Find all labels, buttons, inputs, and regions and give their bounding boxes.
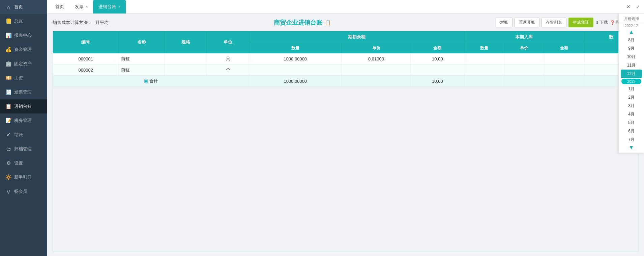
total-init-price [342,76,411,87]
window-controls: ✕ ⤢ [625,3,641,10]
help-icon: ❓ [610,20,615,25]
table-wrapper: 编号 名称 规格 单位 期初余额 本期入库 数 数量 单价 金额 数量 单价 [53,31,639,252]
cell-code: 000002 [53,65,118,76]
month-item-12-2022[interactable]: 12月 [621,70,642,78]
month-next-button[interactable]: ▼ [619,144,644,151]
total-row: ▣合计 1000.00000 10.00 [53,76,638,87]
col-header-code: 编号 [53,31,118,53]
salary-icon: 💴 [5,75,11,81]
cell-spec [165,53,207,65]
sidebar-item-checkout[interactable]: ✔ 结账 [0,128,47,142]
month-item-1-2023[interactable]: 1月 [619,85,644,93]
cell-init-price [342,65,411,76]
cell-init-qty [249,65,342,76]
month-picker-title: 月份选择 [619,15,644,22]
cost-method-value: 月平均 [95,20,109,26]
month-item-8[interactable]: 8月 [619,36,644,44]
main-area: 首页 发票 × 进销台账 × ✕ ⤢ 销售成本计算方法： 月平均 商贸企业进销台… [47,0,644,256]
total-in-amount [544,76,584,87]
sidebar-item-assets[interactable]: 🏢 固定资产 [0,57,47,71]
tab-home[interactable]: 首页 [50,0,69,14]
sidebar-item-archive[interactable]: 🗂 归档管理 [0,142,47,156]
tax-icon: 📝 [5,118,11,124]
cell-init-price: 0.01000 [342,53,411,65]
sidebar-item-ledger[interactable]: 📒 总账 [0,14,47,28]
col-header-spec: 规格 [165,31,207,53]
cell-unit: 个 [207,65,249,76]
col-sub-in-price: 单价 [504,43,544,53]
sidebar-item-settings[interactable]: ⚙ 设置 [0,156,47,170]
col-header-init-balance: 期初余额 [249,31,464,43]
sidebar-item-finance[interactable]: 💰 资金管理 [0,43,47,57]
cell-init-amount: 10.00 [411,53,464,65]
month-item-2-2023[interactable]: 2月 [619,93,644,102]
tab-purchase-sales[interactable]: 进销台账 × [93,0,125,14]
minimize-button[interactable]: ✕ [625,3,632,10]
sidebar-item-purchase-sales[interactable]: 📋 进销台账 [0,99,47,113]
month-item-10[interactable]: 10月 [619,53,644,61]
cell-in-qty [464,53,504,65]
main-table: 编号 名称 规格 单位 期初余额 本期入库 数 数量 单价 金额 数量 单价 [53,31,638,87]
settings-icon: ⚙ [5,160,11,166]
tab-purchase-sales-close[interactable]: × [118,5,120,9]
reconcile-button[interactable]: 对账 [496,18,513,27]
sidebar-item-invoice-mgmt[interactable]: 🧾 发票管理 [0,85,47,99]
download-icon: ⬇ [595,20,599,25]
cost-method-label: 销售成本计算方法： [53,20,92,26]
tab-invoice[interactable]: 发票 × [69,0,93,14]
purchase-sales-icon: 📋 [5,103,11,109]
col-header-current-in: 本期入库 [464,31,584,43]
sidebar-item-tax[interactable]: 📝 税务管理 [0,113,47,128]
col-sub-in-qty: 数量 [464,43,504,53]
month-item-7-2023[interactable]: 7月 [619,135,644,144]
reports-icon: 📊 [5,32,11,39]
home-icon: ⌂ [5,4,11,10]
generate-voucher-button[interactable]: 生成凭证 [568,18,593,27]
cell-init-amount [411,65,464,76]
total-init-amount: 10.00 [411,76,464,87]
sidebar: ⌂ 首页 📒 总账 📊 报表中心 💰 资金管理 🏢 固定资产 💴 工资 🧾 发票… [0,0,47,256]
total-label: ▣合计 [53,76,249,87]
cell-in-price [504,65,544,76]
month-item-4-2023[interactable]: 4月 [619,110,644,119]
month-picker-year-2022: 2022.12 [619,23,644,28]
cell-in-price [504,53,544,65]
month-item-11[interactable]: 11月 [619,61,644,70]
toolbar-actions: 对账 重新开账 存货别名 生成凭证 ⬇ 下载 ❓ 帮助 ↻ 刷新 [496,18,639,27]
col-header-name: 名称 [118,31,165,53]
sidebar-item-member[interactable]: V 畅会员 [0,184,47,199]
month-item-9[interactable]: 9月 [619,44,644,53]
month-item-3-2023[interactable]: 3月 [619,102,644,110]
cell-in-amount [544,53,584,65]
month-picker-panel: 月份选择 2022.12 ▲ 8月 9月 10月 11月 12月 2023 1月… [618,14,644,153]
maximize-button[interactable]: ⤢ [635,3,641,10]
cell-unit: 只 [207,53,249,65]
page-title: 商贸企业进销台账 📋 [274,19,331,27]
month-prev-button[interactable]: ▲ [619,28,644,36]
table-row: 000002 前缸 个 [53,65,638,76]
reopen-button[interactable]: 重新开账 [515,18,539,27]
sidebar-item-salary[interactable]: 💴 工资 [0,71,47,85]
total-in-qty [464,76,504,87]
invoice-mgmt-icon: 🧾 [5,89,11,95]
col-sub-in-amount: 金额 [544,43,584,53]
col-sub-init-amount: 金额 [411,43,464,53]
save-alias-button[interactable]: 存货别名 [541,18,566,27]
tab-bar: 首页 发票 × 进销台账 × ✕ ⤢ [47,0,644,14]
cell-name: 前缸 [118,53,165,65]
sidebar-item-reports[interactable]: 📊 报表中心 [0,28,47,43]
col-sub-init-price: 单价 [342,43,411,53]
tab-invoice-close[interactable]: × [86,5,88,9]
title-info-icon[interactable]: 📋 [325,20,331,25]
download-button[interactable]: ⬇ 下载 [595,20,608,25]
archive-icon: 🗂 [5,146,11,152]
col-header-unit: 单位 [207,31,249,53]
guide-icon: 🔆 [5,174,11,180]
content-area: 销售成本计算方法： 月平均 商贸企业进销台账 📋 对账 重新开账 存货别名 生成… [47,14,644,256]
sidebar-item-guide[interactable]: 🔆 新手引导 [0,170,47,184]
month-item-5-2023[interactable]: 5月 [619,119,644,127]
cell-in-qty [464,65,504,76]
month-item-6-2023[interactable]: 6月 [619,127,644,135]
sidebar-item-home[interactable]: ⌂ 首页 [0,0,47,14]
member-icon: V [5,189,11,195]
